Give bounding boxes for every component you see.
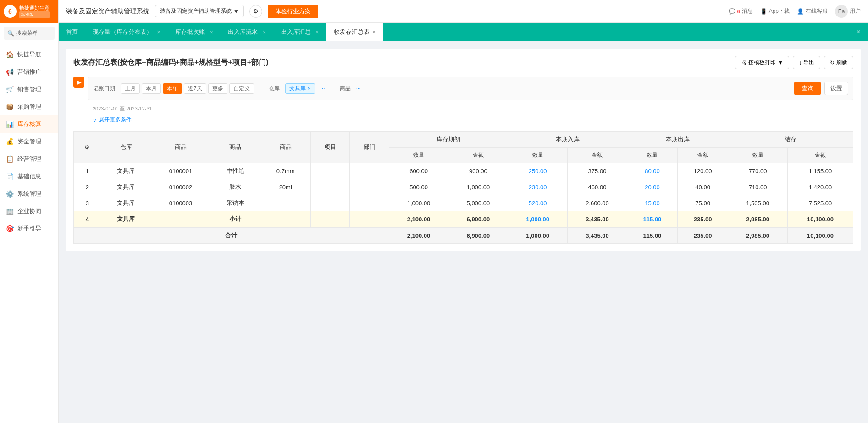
expand-more-button[interactable]: ∨ 展开更多条件 [88,114,853,126]
sidebar-item-system[interactable]: ⚙️ 系统管理 [0,185,58,203]
th-product-spec: 商品 [260,132,311,163]
sales-icon: 🛒 [6,85,14,93]
td-opening-amount: 900.00 [448,163,508,179]
query-button[interactable]: 查询 [794,82,821,95]
print-button[interactable]: 🖨 按模板打印 ▼ [735,56,789,69]
user-menu[interactable]: Ea 用户 [835,5,861,18]
system-dropdown[interactable]: 装备及固定资产辅助管理系统 ▼ [155,5,244,17]
date-btn-7days[interactable]: 近7天 [184,83,206,94]
trial-button[interactable]: 体验行业方案 [268,5,318,18]
td-in-amount: 375.00 [568,163,627,179]
header-left: 装备及固定资产辅助管理系统 装备及固定资产辅助管理系统 ▼ ⚙ 体验行业方案 [66,5,318,18]
td-product-name: 采访本 [210,195,260,211]
tab-inout-flow[interactable]: 出入库流水 × [221,23,273,41]
tab-batch-account[interactable]: 库存批次账 × [168,23,221,41]
app-download-button[interactable]: 📱 App下载 [760,7,790,15]
message-button[interactable]: 💬 6 消息 [729,7,753,15]
out-qty-link[interactable]: 15.00 [645,200,660,207]
td-ending-amount: 7,525.00 [787,195,853,211]
table-row: 4 文具库 小计 2,100.00 6,900.00 1,000.00 3,43… [74,211,853,228]
tab-close-inventory-dist[interactable]: × [157,28,160,36]
date-filter-label: 记账日期 [93,85,115,93]
in-qty-link[interactable]: 1,000.00 [526,216,549,223]
close-all-tabs-button[interactable]: × [857,28,861,36]
message-icon: 💬 [729,8,735,15]
td-num: 1 [74,163,101,179]
th-product-name: 商品 [210,132,260,163]
td-product-code [151,211,210,228]
sidebar-item-sales[interactable]: 🛒 销售管理 [0,81,58,98]
filter-area: 记账日期 上月 本月 本年 近7天 更多 自定义 仓库 文具库 × [88,77,853,100]
tab-close-receive-summary[interactable]: × [372,29,376,35]
online-service-label: 在线客服 [806,7,828,15]
date-btn-custom[interactable]: 自定义 [229,83,254,94]
date-btn-this-year[interactable]: 本年 [163,83,182,94]
tab-close-inout-summary[interactable]: × [315,28,319,36]
out-qty-link[interactable]: 115.00 [643,216,662,223]
warehouse-tag-close[interactable]: × [308,85,311,92]
date-btn-more[interactable]: 更多 [208,83,227,94]
sidebar-item-quick-nav[interactable]: 🏠 快捷导航 [0,46,58,63]
td-warehouse: 文具库 [101,179,151,195]
date-btn-this-month[interactable]: 本月 [142,83,161,94]
td-product-spec [260,211,311,228]
td-opening-amount: 5,000.00 [448,195,508,211]
th-in-qty: 数量 [508,148,568,163]
inventory-icon: 📊 [6,120,14,128]
sidebar-item-purchase[interactable]: 📦 采购管理 [0,98,58,115]
sidebar-item-enterprise[interactable]: 🏢 企业协同 [0,203,58,220]
warehouse-filter-label: 仓库 [269,85,280,93]
tab-home[interactable]: 首页 [59,23,85,41]
sidebar-item-guide[interactable]: 🎯 新手引导 [0,220,58,237]
sidebar-item-operation[interactable]: 📋 经营管理 [0,150,58,168]
date-btn-last-month[interactable]: 上月 [121,83,140,94]
refresh-button[interactable]: ↻ 刷新 [824,56,853,69]
footer-ending-amount: 10,100.00 [787,227,853,244]
out-qty-link[interactable]: 80.00 [645,168,660,175]
tab-close-inout-flow[interactable]: × [262,28,266,36]
td-in-amount: 460.00 [568,179,627,195]
td-out-amount: 120.00 [678,163,728,179]
sidebar-search-area: 🔍 搜索菜单 [0,23,58,44]
search-menu-button[interactable]: 🔍 搜索菜单 [4,27,55,40]
tab-inventory-dist[interactable]: 现存量（库存分布表） × [85,23,168,41]
tab-inout-summary[interactable]: 出入库汇总 × [274,23,326,41]
in-qty-link[interactable]: 230.00 [529,184,547,191]
sidebar-item-inventory[interactable]: 📊 库存核算 [0,115,58,133]
filter-expand-button[interactable]: ▶ [73,77,84,88]
td-ending-qty: 770.00 [728,163,788,179]
sidebar-item-marketing[interactable]: 📢 营销推广 [0,63,58,81]
settings-button[interactable]: ⚙ [249,5,262,18]
sidebar-nav: 🏠 快捷导航 📢 营销推广 🛒 销售管理 📦 采购管理 📊 库存核算 💰 资金管… [0,44,58,239]
in-qty-link[interactable]: 520.00 [529,200,547,207]
td-department [350,211,389,228]
th-opening-amount: 金额 [448,148,508,163]
column-settings-icon[interactable]: ⚙ [84,144,90,151]
td-project [311,163,350,179]
in-qty-link[interactable]: 250.00 [529,168,547,175]
td-project [311,195,350,211]
online-service-button[interactable]: 👤 在线客服 [797,7,828,15]
sidebar-item-basic-info[interactable]: 📄 基础信息 [0,168,58,185]
filter-settings-button[interactable]: 设置 [824,82,848,95]
export-icon: ↓ [799,60,802,66]
th-settings[interactable]: ⚙ [74,132,101,163]
th-ending-amount: 金额 [787,148,853,163]
marketing-icon: 📢 [6,68,14,76]
th-project: 项目 [311,132,350,163]
footer-in-qty: 1,000.00 [508,227,568,244]
page-title: 收发存汇总表(按仓库+商品编码+商品+规格型号+项目+部门) [73,58,268,67]
out-qty-link[interactable]: 20.00 [645,184,660,191]
sidebar-item-finance[interactable]: 💰 资金管理 [0,133,58,150]
export-button[interactable]: ↓ 导出 [793,56,820,69]
warehouse-more-button[interactable]: ··· [321,85,325,92]
tab-close-batch-account[interactable]: × [210,28,213,36]
main-content: 收发存汇总表(按仓库+商品编码+商品+规格型号+项目+部门) 🖨 按模板打印 ▼… [59,41,868,423]
footer-opening-qty: 2,100.00 [389,227,448,244]
td-num: 3 [74,195,101,211]
td-in-amount: 3,435.00 [568,211,627,228]
product-more-button[interactable]: ··· [356,85,361,92]
guide-icon: 🎯 [6,225,14,233]
tab-receive-summary[interactable]: 收发存汇总表 × [326,23,383,41]
logo-badge: 标准版 [19,11,50,18]
